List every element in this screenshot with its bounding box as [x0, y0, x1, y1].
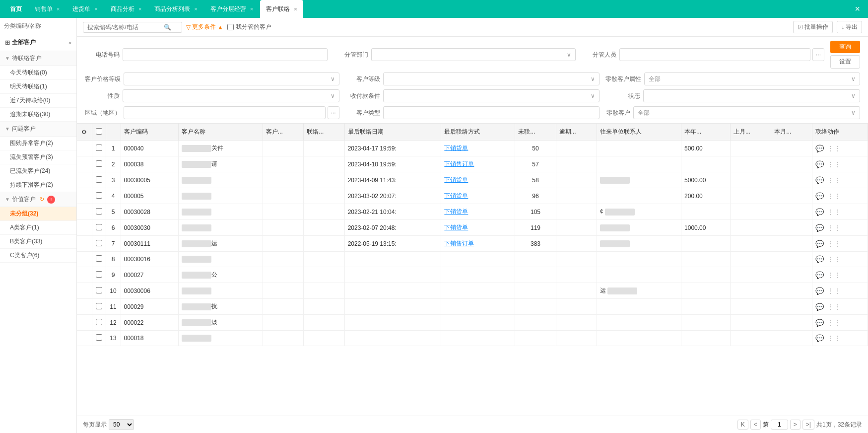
- more-action-icon[interactable]: ⋮⋮: [827, 334, 841, 342]
- more-action-icon[interactable]: ⋮⋮: [827, 144, 841, 152]
- row-checkbox[interactable]: [96, 144, 102, 151]
- row-last-contact-method[interactable]: [441, 283, 515, 299]
- more-action-icon[interactable]: ⋮⋮: [827, 176, 841, 184]
- sidebar-item-today-pending[interactable]: 今天待联络(0): [0, 66, 76, 80]
- sidebar-item-churn-warning[interactable]: 流失预警客户(3): [0, 150, 76, 164]
- more-action-icon[interactable]: ⋮⋮: [827, 192, 841, 200]
- more-action-icon[interactable]: ⋮⋮: [827, 224, 841, 232]
- prev-page-btn[interactable]: <: [750, 420, 761, 430]
- contact-icon[interactable]: 💬: [815, 160, 824, 168]
- filter-select-retail-attr[interactable]: 全部 ∨: [644, 72, 860, 85]
- nav-tab-home[interactable]: 首页: [4, 0, 28, 18]
- sidebar-item-class-b[interactable]: B类客户(33): [0, 235, 76, 249]
- nav-tab-sales[interactable]: 销售单 ×: [29, 0, 66, 18]
- row-last-contact-method[interactable]: 下销货单: [441, 141, 515, 156]
- filter-select-dept[interactable]: ∨: [371, 48, 576, 61]
- contact-icon[interactable]: 💬: [815, 271, 824, 279]
- row-checkbox[interactable]: [96, 192, 102, 199]
- row-last-contact-method[interactable]: 下销售订单: [441, 236, 515, 252]
- row-last-contact-method[interactable]: [441, 331, 515, 346]
- col-settings[interactable]: ⚙: [77, 124, 92, 141]
- row-checkbox[interactable]: [96, 240, 102, 246]
- row-last-contact-method[interactable]: 下销货单: [441, 188, 515, 204]
- more-action-icon[interactable]: ⋮⋮: [827, 287, 841, 295]
- first-page-btn[interactable]: K: [737, 420, 748, 430]
- sidebar-item-7days-pending[interactable]: 近7天待联络(0): [0, 94, 76, 108]
- sidebar-item-hoarding-abnormal[interactable]: 囤购异常客户(2): [0, 137, 76, 150]
- contact-icon[interactable]: 💬: [815, 287, 824, 295]
- close-sales-icon[interactable]: ×: [57, 6, 60, 12]
- row-last-contact-method[interactable]: 下销货单: [441, 172, 515, 188]
- settings-icon[interactable]: ⚙: [81, 129, 87, 136]
- select-all-checkbox[interactable]: [96, 128, 102, 135]
- main-search-input[interactable]: [87, 24, 162, 31]
- close-customer-contact-icon[interactable]: ×: [294, 6, 297, 12]
- more-action-icon[interactable]: ⋮⋮: [827, 303, 841, 311]
- close-customer-segment-icon[interactable]: ×: [250, 6, 253, 12]
- filter-select-region[interactable]: [124, 106, 326, 119]
- row-checkbox[interactable]: [96, 255, 102, 262]
- window-close-button[interactable]: ×: [851, 4, 864, 14]
- more-action-icon[interactable]: ⋮⋮: [827, 208, 841, 216]
- sidebar-item-class-c[interactable]: C类客户(6): [0, 249, 76, 263]
- last-page-btn[interactable]: >|: [802, 420, 814, 430]
- sidebar-item-overdue-pending[interactable]: 逾期未联络(30): [0, 108, 76, 122]
- contact-icon[interactable]: 💬: [815, 224, 824, 232]
- row-last-contact-method[interactable]: 下销货单: [441, 220, 515, 236]
- region-ellipsis-btn[interactable]: ···: [328, 106, 339, 119]
- row-last-contact-method[interactable]: [441, 252, 515, 267]
- query-btn[interactable]: 查询: [830, 41, 860, 53]
- row-checkbox[interactable]: [96, 208, 102, 215]
- contact-icon[interactable]: 💬: [815, 255, 824, 263]
- export-btn[interactable]: ↓ 导出: [837, 21, 862, 33]
- more-conditions-btn[interactable]: ▽ 更多条件 ▲: [186, 23, 223, 31]
- my-customers-checkbox[interactable]: [227, 24, 234, 30]
- row-last-contact-method[interactable]: 下销售订单: [441, 156, 515, 172]
- contact-icon[interactable]: 💬: [815, 303, 824, 311]
- sidebar-item-tomorrow-pending[interactable]: 明天待联络(1): [0, 80, 76, 94]
- sidebar-group-pending[interactable]: ▼ 待联络客户: [0, 51, 76, 66]
- page-number-input[interactable]: [771, 420, 788, 430]
- more-action-icon[interactable]: ⋮⋮: [827, 160, 841, 168]
- sidebar-search-input[interactable]: [4, 22, 77, 29]
- contact-icon[interactable]: 💬: [815, 240, 824, 248]
- reset-btn[interactable]: 设置: [830, 55, 860, 69]
- row-checkbox[interactable]: [96, 334, 102, 341]
- contact-icon[interactable]: 💬: [815, 192, 824, 200]
- main-search-icon[interactable]: 🔍: [164, 24, 171, 31]
- row-checkbox[interactable]: [96, 319, 102, 325]
- row-checkbox[interactable]: [96, 160, 102, 167]
- filter-select-customer-level[interactable]: ∨: [383, 72, 600, 85]
- row-checkbox[interactable]: [96, 271, 102, 278]
- row-last-contact-method[interactable]: [441, 267, 515, 283]
- next-page-btn[interactable]: >: [790, 420, 801, 430]
- filter-select-status[interactable]: ∨: [643, 89, 860, 102]
- sidebar-group-problem[interactable]: ▼ 问题客户: [0, 122, 76, 137]
- row-last-contact-method[interactable]: [441, 315, 515, 331]
- sidebar-all-customers[interactable]: ⊞ 全部客户 «: [0, 34, 76, 51]
- contact-icon[interactable]: 💬: [815, 144, 824, 152]
- close-purchase-icon[interactable]: ×: [94, 6, 97, 12]
- filter-select-price-level[interactable]: ∨: [124, 72, 339, 85]
- close-goods-analysis-icon[interactable]: ×: [138, 6, 141, 12]
- manager-ellipsis-btn[interactable]: ···: [812, 48, 824, 61]
- more-action-icon[interactable]: ⋮⋮: [827, 319, 841, 327]
- nav-tab-customer-segment[interactable]: 客户分层经营 ×: [204, 0, 259, 18]
- filter-select-payment[interactable]: ∨: [383, 89, 600, 102]
- more-action-icon[interactable]: ⋮⋮: [827, 240, 841, 248]
- contact-icon[interactable]: 💬: [815, 319, 824, 327]
- nav-tab-goods-analysis[interactable]: 商品分析 ×: [105, 0, 147, 18]
- contact-icon[interactable]: 💬: [815, 208, 824, 216]
- nav-tab-goods-analysis-list[interactable]: 商品分析列表 ×: [148, 0, 203, 18]
- row-last-contact-method[interactable]: [441, 299, 515, 315]
- row-checkbox[interactable]: [96, 287, 102, 293]
- sidebar-item-class-a[interactable]: A类客户(1): [0, 221, 76, 235]
- sidebar-group-value[interactable]: ▼ 价值客户 ↻ !: [0, 192, 76, 207]
- row-checkbox[interactable]: [96, 224, 102, 230]
- row-checkbox[interactable]: [96, 303, 102, 309]
- batch-operate-btn[interactable]: ☑ 批量操作: [793, 21, 833, 33]
- close-goods-analysis-list-icon[interactable]: ×: [194, 6, 197, 12]
- refresh-icon[interactable]: ↻: [40, 196, 44, 203]
- page-size-select[interactable]: 50 100 200: [109, 419, 134, 430]
- sidebar-item-churned[interactable]: 已流失客户(24): [0, 164, 76, 178]
